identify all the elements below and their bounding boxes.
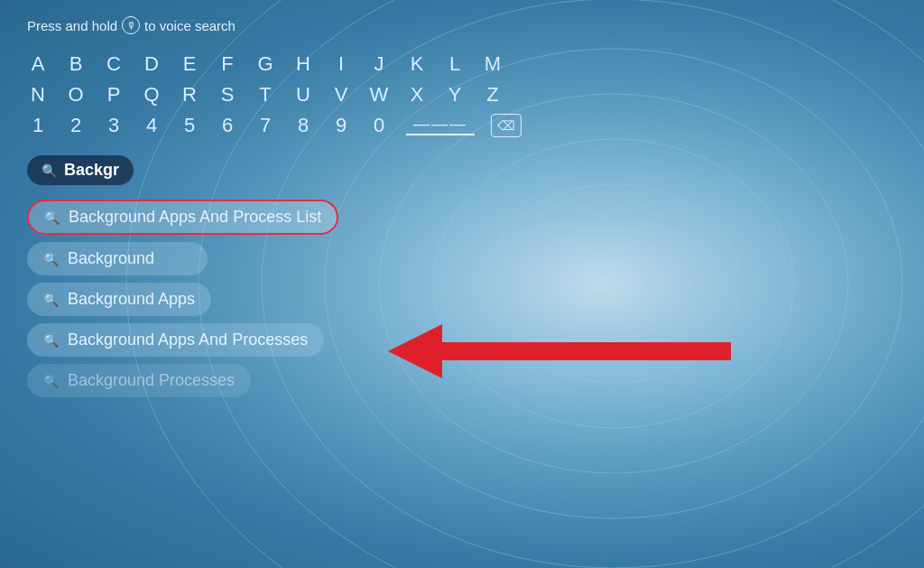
key-L[interactable]: L bbox=[444, 52, 466, 76]
key-E[interactable]: E bbox=[179, 52, 200, 76]
voice-hint-text-before: Press and hold bbox=[27, 18, 117, 33]
mic-icon: 🎙 bbox=[122, 16, 140, 34]
key-8[interactable]: 8 bbox=[292, 114, 314, 137]
voice-hint-text-after: to voice search bbox=[144, 18, 236, 33]
key-H[interactable]: H bbox=[292, 52, 314, 76]
key-4[interactable]: 4 bbox=[141, 114, 162, 137]
key-G[interactable]: G bbox=[254, 52, 276, 76]
suggestion-text-4: Background Apps And Processes bbox=[68, 331, 308, 349]
key-C[interactable]: C bbox=[103, 52, 125, 76]
voice-hint-bar: Press and hold 🎙 to voice search bbox=[27, 16, 897, 34]
current-search-pill[interactable]: 🔍 Backgr bbox=[27, 155, 134, 185]
search-icon-current: 🔍 bbox=[42, 163, 57, 178]
suggestion-item-2[interactable]: 🔍 Background bbox=[27, 242, 208, 275]
suggestion-item-4[interactable]: 🔍 Background Apps And Processes bbox=[27, 323, 324, 357]
suggestion-text-2: Background bbox=[68, 249, 154, 268]
key-3[interactable]: 3 bbox=[103, 114, 125, 137]
suggestion-item-3[interactable]: 🔍 Background Apps bbox=[27, 283, 211, 316]
key-P[interactable]: P bbox=[103, 83, 125, 107]
key-7[interactable]: 7 bbox=[254, 114, 276, 137]
key-O[interactable]: O bbox=[65, 83, 87, 107]
search-icon-s1: 🔍 bbox=[44, 210, 60, 225]
key-6[interactable]: 6 bbox=[217, 114, 238, 137]
key-S[interactable]: S bbox=[217, 83, 238, 107]
current-search-text: Backgr bbox=[64, 161, 119, 180]
key-5[interactable]: 5 bbox=[179, 114, 200, 137]
key-0[interactable]: 0 bbox=[368, 114, 390, 137]
suggestion-text-5: Background Processes bbox=[68, 371, 235, 390]
key-1[interactable]: 1 bbox=[27, 114, 49, 137]
key-R[interactable]: R bbox=[179, 83, 200, 107]
key-backspace[interactable]: ⌫ bbox=[491, 114, 522, 137]
suggestion-text-1: Background Apps And Process List bbox=[69, 208, 321, 227]
key-9[interactable]: 9 bbox=[330, 114, 352, 137]
key-U[interactable]: U bbox=[292, 83, 314, 107]
key-N[interactable]: N bbox=[27, 83, 49, 107]
key-F[interactable]: F bbox=[217, 52, 238, 76]
search-icon-s2: 🔍 bbox=[43, 252, 59, 266]
key-A[interactable]: A bbox=[27, 52, 49, 76]
key-D[interactable]: D bbox=[141, 52, 162, 76]
key-Z[interactable]: Z bbox=[482, 83, 504, 107]
key-V[interactable]: V bbox=[330, 83, 352, 107]
key-K[interactable]: K bbox=[406, 52, 428, 76]
suggestion-text-3: Background Apps bbox=[68, 290, 195, 309]
key-I[interactable]: I bbox=[330, 52, 352, 76]
main-content: Press and hold 🎙 to voice search A B C D… bbox=[0, 0, 924, 568]
search-icon-s3: 🔍 bbox=[43, 293, 59, 307]
keyboard-row-1: A B C D E F G H I J K L M bbox=[27, 52, 897, 76]
suggestion-item-1[interactable]: 🔍 Background Apps And Process List bbox=[27, 200, 338, 235]
keyboard-grid: A B C D E F G H I J K L M N O P Q R S T … bbox=[27, 52, 897, 137]
key-T[interactable]: T bbox=[254, 83, 276, 107]
key-Y[interactable]: Y bbox=[444, 83, 466, 107]
key-Q[interactable]: Q bbox=[141, 83, 162, 107]
key-X[interactable]: X bbox=[406, 83, 428, 107]
suggestion-item-5[interactable]: 🔍 Background Processes bbox=[27, 364, 251, 397]
key-space[interactable]: ——— bbox=[406, 114, 475, 135]
key-J[interactable]: J bbox=[368, 52, 390, 76]
key-M[interactable]: M bbox=[482, 52, 504, 76]
suggestions-list: 🔍 Background Apps And Process List 🔍 Bac… bbox=[27, 200, 897, 397]
key-B[interactable]: B bbox=[65, 52, 87, 76]
search-icon-s4: 🔍 bbox=[43, 333, 59, 348]
key-2[interactable]: 2 bbox=[65, 114, 87, 137]
key-W[interactable]: W bbox=[368, 83, 390, 107]
keyboard-row-2: N O P Q R S T U V W X Y Z bbox=[27, 83, 897, 107]
search-icon-s5: 🔍 bbox=[43, 374, 59, 388]
keyboard-row-3: 1 2 3 4 5 6 7 8 9 0 ——— ⌫ bbox=[27, 114, 897, 137]
